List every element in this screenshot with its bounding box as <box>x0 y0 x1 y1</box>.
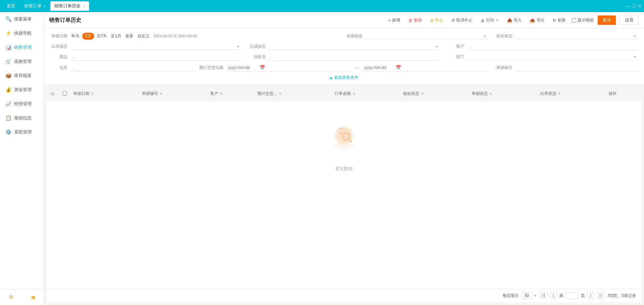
tab-home[interactable]: 首页 <box>3 1 19 11</box>
sidebar-item-sales-mgmt[interactable]: 📊 销售管理 <box>0 40 43 54</box>
topbar: 首页 销售订单 × 销售订单历史 × — □ × <box>0 0 644 12</box>
th-delivery-status[interactable]: 出库状态 ⇅ <box>538 87 606 100</box>
delivery-date-start-input[interactable] <box>228 65 258 70</box>
window-max-btn[interactable]: □ <box>633 3 636 9</box>
delete-btn[interactable]: 🗑 删除 <box>406 16 424 25</box>
th-checkbox[interactable] <box>58 87 71 100</box>
settings-btn[interactable]: 设置 <box>620 15 639 25</box>
svg-point-5 <box>340 131 343 135</box>
th-delivery-label: 预计交货... <box>257 91 277 96</box>
customer-input[interactable]: ... <box>467 43 639 50</box>
display-toggle[interactable]: 显示明细 <box>572 17 594 23</box>
payment-status-select[interactable]: ▼ <box>515 33 639 39</box>
salesperson-dots-icon: ... <box>270 54 274 59</box>
salesperson-input[interactable]: ... <box>268 53 440 61</box>
delivery-date-start-wrap: 📅 <box>226 64 352 71</box>
tab-home-label: 首页 <box>7 3 15 9</box>
date-custom-btn[interactable]: 自定义 <box>136 33 151 40</box>
chevron-up-icon: ▲ <box>329 75 333 80</box>
tab-sales-order[interactable]: 销售订单 × <box>20 1 50 11</box>
collapse-btn[interactable]: ▲ 收起更多条件 <box>49 75 639 80</box>
print-btn-label: 打印 <box>486 17 494 23</box>
page-label: 第 <box>559 293 563 299</box>
page-number-input[interactable]: 1 <box>566 292 578 299</box>
table-settings-gear-icon[interactable]: ⚙ <box>50 91 55 97</box>
sidebar-item-inventory[interactable]: 📦 库存核算 <box>0 69 43 83</box>
th-number[interactable]: 单据编号 ⇅ <box>139 87 208 100</box>
sidebar-item-basic-info[interactable]: 📋 基础信息 <box>0 111 43 125</box>
search-menu-icon: 🔍 <box>5 16 11 22</box>
new-btn[interactable]: + 新增 <box>386 16 402 25</box>
cancel-stop-btn[interactable]: ↺ 取消中止 <box>449 16 474 25</box>
select-all-checkbox[interactable] <box>62 91 67 96</box>
th-settings[interactable]: ⚙ <box>46 87 58 100</box>
filter-doc-status: 单据状态 ▼ <box>344 33 489 39</box>
filter-complete-status: 完成状态 ▼ <box>247 44 440 50</box>
filter-warehouse: 仓库 ... <box>49 64 194 71</box>
warehouse-label: 仓库 <box>49 65 68 71</box>
th-payment-status[interactable]: 收款状态 ⇅ <box>400 87 469 100</box>
page-size-value[interactable]: 50 <box>521 292 532 299</box>
sidebar-item-system-mgmt[interactable]: ⚙️ 系统管理 <box>0 125 43 139</box>
quick-nav-icon: ⚡ <box>5 30 11 36</box>
sidebar-item-search-menu[interactable]: 🔍 搜索菜单 <box>0 12 43 26</box>
filter-product: 商品 ... <box>49 53 242 61</box>
refresh-btn[interactable]: ↻ 刷新 <box>551 16 568 25</box>
th-number-label: 单据编号 <box>142 91 158 96</box>
th-date[interactable]: 单据日期 ⇅ <box>71 87 139 100</box>
doc-status-select[interactable]: ▼ <box>365 33 489 39</box>
th-doc-status[interactable]: 单据状态 ⇅ <box>469 87 538 100</box>
th-customer-label: 客户 <box>210 91 218 96</box>
sidebar-settings-icon[interactable]: ⚙ <box>7 292 15 302</box>
import-btn[interactable]: 📥 导入 <box>505 16 524 25</box>
product-input[interactable]: ... <box>70 53 242 61</box>
doc-number-input[interactable] <box>515 64 639 71</box>
filter-delivery-date: 预计交货日期 📅 — 📅 <box>199 64 489 71</box>
date-3days-btn[interactable]: 3天 <box>82 33 94 40</box>
filter-date: 单据日期 昨天 3天 近7天 近1月 更多 自定义 2023-06-02 至 2… <box>49 33 339 40</box>
sidebar-item-sales-mgmt-label: 销售管理 <box>14 44 32 50</box>
date-yesterday-btn[interactable]: 昨天 <box>70 33 81 40</box>
delete-icon: 🗑 <box>408 18 413 23</box>
page-first-btn[interactable]: ⟨⟨ <box>540 292 548 299</box>
window-close-btn[interactable]: × <box>639 3 641 9</box>
th-customer[interactable]: 客户 ⇅ <box>208 87 255 100</box>
sales-mgmt-icon: 📊 <box>5 44 11 50</box>
print-btn[interactable]: 🖨 打印 ▼ <box>478 16 501 25</box>
delivery-date-start-cal-icon[interactable]: 📅 <box>260 65 265 70</box>
th-operation-label: 操作 <box>609 91 617 96</box>
tab-sales-order-close[interactable]: × <box>44 4 46 8</box>
page-next-btn[interactable]: ⟩ <box>588 292 594 299</box>
th-amount[interactable]: 订单金额 ⇅ <box>332 87 400 100</box>
sidebar-item-purchase-mgmt[interactable]: 🛒 采购管理 <box>0 54 43 69</box>
sidebar-collapse-icon[interactable]: ◀ <box>29 292 37 302</box>
payment-status-label: 收款状态 <box>494 33 512 39</box>
export-btn[interactable]: 📤 导出 <box>528 16 547 25</box>
page-prev-btn[interactable]: ⟨ <box>550 292 557 299</box>
date-7days-btn[interactable]: 近7天 <box>95 33 109 40</box>
page-last-btn[interactable]: ⟩⟩ <box>597 292 605 299</box>
date-more-btn[interactable]: 更多 <box>124 33 135 40</box>
delivery-status-select[interactable]: ▼ <box>70 44 242 50</box>
sidebar-item-basic-info-label: 基础信息 <box>14 115 32 121</box>
date-1month-btn[interactable]: 近1月 <box>110 33 123 40</box>
department-select[interactable]: ▼ <box>467 54 639 60</box>
complete-status-select[interactable]: ▼ <box>268 44 440 50</box>
tab-sales-order-history-close[interactable]: × <box>83 4 85 8</box>
sidebar-item-finance[interactable]: 💰 资金管理 <box>0 83 43 97</box>
delivery-date-end-input[interactable] <box>364 65 394 70</box>
stop-btn[interactable]: ⊘ 中止 <box>428 16 445 25</box>
customer-dots-icon: ... <box>469 44 472 49</box>
sidebar-item-operations[interactable]: 📈 经营管理 <box>0 97 43 111</box>
page-size-select[interactable]: 50 ▼ <box>521 292 536 299</box>
warehouse-input[interactable]: ... <box>70 64 194 71</box>
tab-sales-order-label: 销售订单 <box>24 3 42 9</box>
query-btn[interactable]: 查询 <box>598 15 616 25</box>
th-delivery[interactable]: 预计交货... ⇅ <box>255 87 332 100</box>
delivery-date-end-cal-icon[interactable]: 📅 <box>396 65 401 70</box>
tab-sales-order-history[interactable]: 销售订单历史 × <box>50 1 89 11</box>
display-toggle-checkbox[interactable] <box>572 18 576 23</box>
sidebar-item-quick-nav[interactable]: ⚡ 快捷导航 <box>0 26 43 40</box>
table-container: ⚙ 单据日期 ⇅ 单据编号 ⇅ <box>46 87 641 289</box>
window-min-btn[interactable]: — <box>626 3 630 9</box>
